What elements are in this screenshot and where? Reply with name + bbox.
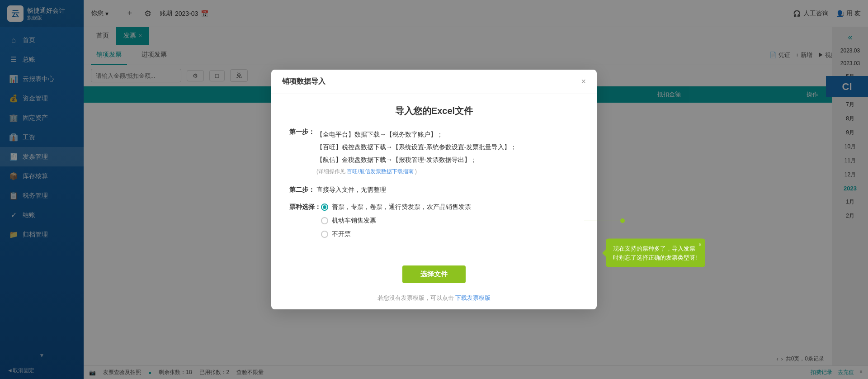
step1-label: 第一步： (289, 128, 316, 136)
ticket-selection: 票种选择： 普票，专票，卷票，通行费发票，农产品销售发票 机动车销售发票 (289, 203, 579, 238)
step1: 第一步： 【全电平台】数据下载→【税务数字账户】； 【百旺】税控盘数据下载→【系… (289, 128, 579, 177)
guide-link[interactable]: 百旺/航信发票数据下载指南 (347, 168, 413, 175)
radio-general-circle (321, 204, 328, 211)
tooltip-text: 现在支持的票种多了，导入发票时别忘了选择正确的发票类型呀! (613, 245, 697, 261)
modal-footer: 选择文件 (271, 258, 597, 294)
modal-template: 若您没有发票模版，可以点击 下载发票模版 (271, 294, 597, 309)
radio-motor-circle (321, 217, 328, 224)
close-tooltip-button[interactable]: × (698, 241, 702, 249)
radio-none-circle (321, 231, 328, 238)
modal-title: 销项数据导入 (282, 77, 326, 86)
radio-group: 普票，专票，卷票，通行费发票，农产品销售发票 机动车销售发票 不开票 (321, 203, 471, 238)
radio-motor[interactable]: 机动车销售发票 (321, 217, 471, 225)
modal-overlay: 销项数据导入 × 导入您的Excel文件 第一步： 【全电平台】数据下载→【税务… (0, 0, 868, 379)
modal-subtitle: 导入您的Excel文件 (289, 105, 579, 117)
modal-header: 销项数据导入 × (271, 70, 597, 94)
ticket-label: 票种选择： (289, 203, 321, 211)
tooltip-bubble: × 现在支持的票种多了，导入发票时别忘了选择正确的发票类型呀! (606, 239, 705, 267)
step2-content: 直接导入文件，无需整理 (316, 186, 386, 194)
tooltip-arrow (602, 249, 606, 256)
modal-close-button[interactable]: × (581, 77, 586, 86)
import-modal: 销项数据导入 × 导入您的Excel文件 第一步： 【全电平台】数据下载→【税务… (271, 70, 597, 309)
radio-none[interactable]: 不开票 (321, 230, 471, 238)
step1-content: 【全电平台】数据下载→【税务数字账户】； 【百旺】税控盘数据下载→【系统设置-系… (316, 128, 517, 177)
modal-body: 导入您的Excel文件 第一步： 【全电平台】数据下载→【税务数字账户】； 【百… (271, 94, 597, 258)
step2: 第二步： 直接导入文件，无需整理 (289, 186, 579, 194)
radio-general[interactable]: 普票，专票，卷票，通行费发票，农产品销售发票 (321, 203, 471, 211)
tooltip-connector (584, 218, 625, 223)
select-file-button[interactable]: 选择文件 (402, 265, 466, 283)
step2-label: 第二步： (289, 186, 316, 194)
download-template-link[interactable]: 下载发票模版 (455, 294, 491, 301)
